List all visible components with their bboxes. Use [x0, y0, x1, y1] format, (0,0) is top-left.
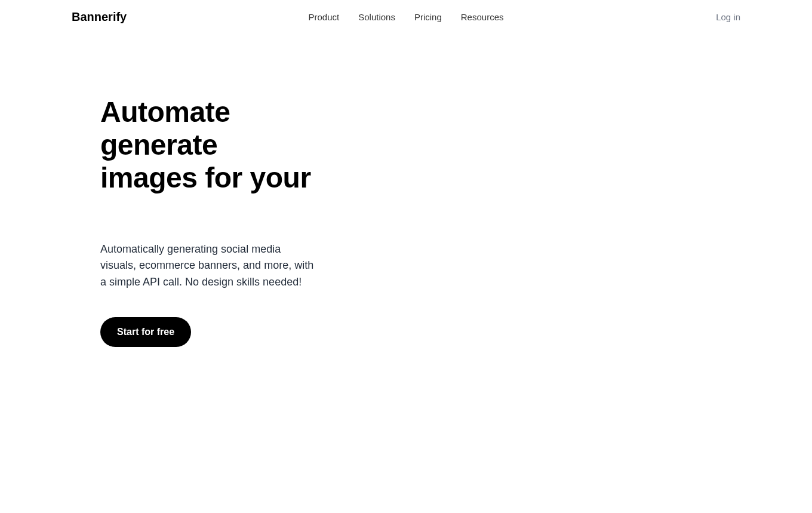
nav-link-solutions[interactable]: Solutions	[358, 12, 395, 22]
hero-section: Automate generate images for your Automa…	[0, 33, 418, 347]
header: Bannerify Product Solutions Pricing Reso…	[0, 0, 812, 33]
nav-link-pricing[interactable]: Pricing	[414, 12, 442, 22]
nav-right: Log in	[716, 12, 740, 22]
hero-title: Automate generate images for your	[100, 96, 318, 195]
login-link[interactable]: Log in	[716, 12, 740, 22]
logo[interactable]: Bannerify	[72, 10, 127, 24]
nav-main: Product Solutions Pricing Resources	[309, 12, 504, 22]
hero-description: Automatically generating social media vi…	[100, 241, 318, 291]
nav-link-product[interactable]: Product	[309, 12, 340, 22]
nav-link-resources[interactable]: Resources	[461, 12, 504, 22]
start-for-free-button[interactable]: Start for free	[100, 317, 191, 347]
